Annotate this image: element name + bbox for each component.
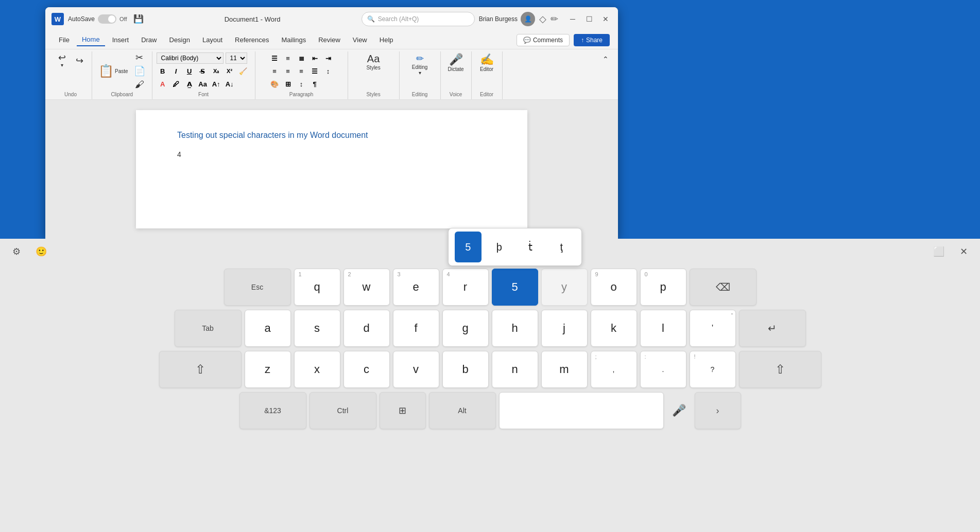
- styles-button[interactable]: Aa Styles: [364, 51, 382, 82]
- increase-indent-button[interactable]: ⇥: [322, 52, 334, 64]
- bullet-list-button[interactable]: ☰: [268, 52, 281, 64]
- menu-layout[interactable]: Layout: [197, 34, 228, 46]
- key-m[interactable]: m: [541, 351, 588, 388]
- key-windows[interactable]: ⊞: [380, 392, 426, 429]
- minimize-button[interactable]: ─: [566, 13, 579, 25]
- key-period[interactable]: : .: [640, 351, 686, 388]
- key-5[interactable]: 5 5 þ ṫ ţ: [492, 269, 538, 306]
- autosave-toggle[interactable]: [98, 14, 116, 24]
- subscript-button[interactable]: X₂: [210, 65, 222, 77]
- key-w[interactable]: 2 w: [343, 269, 390, 306]
- menu-review[interactable]: Review: [313, 34, 346, 46]
- key-f[interactable]: f: [393, 310, 439, 347]
- text-highlight-button[interactable]: A̲: [183, 78, 196, 90]
- key-p[interactable]: 0 p: [640, 269, 686, 306]
- share-button[interactable]: ↑ Share: [574, 34, 610, 46]
- editor-button[interactable]: ✍ Editor: [478, 51, 496, 82]
- key-z[interactable]: z: [245, 351, 291, 388]
- key-quote[interactable]: " ': [690, 310, 736, 347]
- menu-mailings[interactable]: Mailings: [277, 34, 312, 46]
- cut-button[interactable]: ✂: [131, 51, 148, 64]
- key-x[interactable]: x: [294, 351, 340, 388]
- shrink-font-button[interactable]: A↓: [223, 78, 236, 90]
- key-o[interactable]: 9 o: [591, 269, 637, 306]
- bold-button[interactable]: B: [157, 65, 169, 77]
- key-chevron[interactable]: ›: [695, 392, 741, 429]
- italic-button[interactable]: I: [170, 65, 182, 77]
- key-alt[interactable]: Alt: [429, 392, 496, 429]
- menu-file[interactable]: File: [54, 34, 75, 46]
- key-v[interactable]: v: [393, 351, 439, 388]
- menu-help[interactable]: Help: [374, 34, 399, 46]
- line-spacing-button[interactable]: ↕: [322, 65, 334, 77]
- popup-key-tcedilla[interactable]: ţ: [548, 232, 575, 262]
- keyboard-emoji-button[interactable]: 🙂: [33, 243, 49, 260]
- maximize-button[interactable]: ☐: [583, 13, 595, 25]
- key-l[interactable]: l: [640, 310, 686, 347]
- key-numbers[interactable]: &123: [239, 392, 306, 429]
- menu-view[interactable]: View: [348, 34, 372, 46]
- key-enter[interactable]: ↵: [739, 310, 806, 347]
- close-button[interactable]: ✕: [599, 13, 612, 25]
- borders-button[interactable]: ⊞: [282, 78, 294, 90]
- copy-button[interactable]: 📄: [131, 65, 148, 77]
- key-a[interactable]: a: [245, 310, 291, 347]
- numbered-list-button[interactable]: ≡: [282, 52, 294, 64]
- search-box[interactable]: 🔍 Search (Alt+Q): [362, 12, 475, 26]
- align-center-button[interactable]: ≡: [282, 65, 294, 77]
- key-b[interactable]: b: [442, 351, 489, 388]
- key-space[interactable]: [499, 392, 664, 429]
- comments-button[interactable]: 💬 Comments: [517, 34, 570, 46]
- dictate-button[interactable]: 🎤 Dictate: [446, 51, 466, 82]
- format-painter-button[interactable]: 🖌: [131, 78, 148, 91]
- menu-references[interactable]: References: [230, 34, 274, 46]
- strikethrough-button[interactable]: S̶: [197, 65, 209, 77]
- document-area[interactable]: Testing out special characters in my Wor…: [45, 100, 618, 239]
- pen-icon[interactable]: ✏: [551, 13, 558, 25]
- key-backspace[interactable]: ⌫: [690, 269, 757, 306]
- key-tab[interactable]: Tab: [175, 310, 242, 347]
- keyboard-settings-button[interactable]: ⚙: [8, 243, 25, 260]
- undo-button[interactable]: ↩ ▾: [54, 51, 70, 69]
- sort-button[interactable]: ↕: [295, 78, 307, 90]
- popup-key-tdot[interactable]: ṫ: [517, 232, 544, 262]
- pilcrow-button[interactable]: ¶: [308, 78, 321, 90]
- change-case-button[interactable]: Aa: [197, 78, 209, 90]
- key-question[interactable]: ! ?: [690, 351, 736, 388]
- key-h[interactable]: h: [492, 310, 538, 347]
- key-ctrl[interactable]: Ctrl: [310, 392, 376, 429]
- justify-button[interactable]: ☰: [308, 65, 321, 77]
- key-c[interactable]: c: [343, 351, 390, 388]
- key-j[interactable]: j: [541, 310, 588, 347]
- font-size-selector[interactable]: 11: [226, 52, 247, 64]
- shading-button[interactable]: 🎨: [268, 78, 281, 90]
- menu-design[interactable]: Design: [164, 34, 195, 46]
- editing-button[interactable]: ✏ Editing ▾: [410, 51, 430, 82]
- paste-button[interactable]: 📋 Paste: [96, 62, 130, 80]
- diamond-icon[interactable]: ◇: [539, 13, 546, 25]
- superscript-button[interactable]: X²: [223, 65, 236, 77]
- align-right-button[interactable]: ≡: [295, 65, 307, 77]
- key-g[interactable]: g: [442, 310, 489, 347]
- key-mic[interactable]: 🎤: [667, 398, 692, 423]
- key-shift-right[interactable]: ⇧: [739, 351, 821, 388]
- ribbon-collapse-button[interactable]: ⌃: [597, 54, 614, 65]
- key-k[interactable]: k: [591, 310, 637, 347]
- key-e[interactable]: 3 e: [393, 269, 439, 306]
- menu-draw[interactable]: Draw: [136, 34, 162, 46]
- grow-font-button[interactable]: A↑: [210, 78, 222, 90]
- multilevel-list-button[interactable]: ≣: [295, 52, 307, 64]
- key-d[interactable]: d: [343, 310, 390, 347]
- key-s[interactable]: s: [294, 310, 340, 347]
- highlight-button[interactable]: 🖊: [170, 78, 182, 90]
- keyboard-undock-button[interactable]: ⬜: [931, 243, 947, 260]
- font-color-button[interactable]: A: [157, 78, 169, 90]
- key-comma[interactable]: ; ,: [591, 351, 637, 388]
- key-y[interactable]: y: [541, 269, 588, 306]
- popup-key-5[interactable]: 5: [455, 232, 482, 262]
- underline-button[interactable]: U: [183, 65, 196, 77]
- decrease-indent-button[interactable]: ⇤: [308, 52, 321, 64]
- menu-insert[interactable]: Insert: [107, 34, 134, 46]
- align-left-button[interactable]: ≡: [268, 65, 281, 77]
- key-q[interactable]: 1 q: [294, 269, 340, 306]
